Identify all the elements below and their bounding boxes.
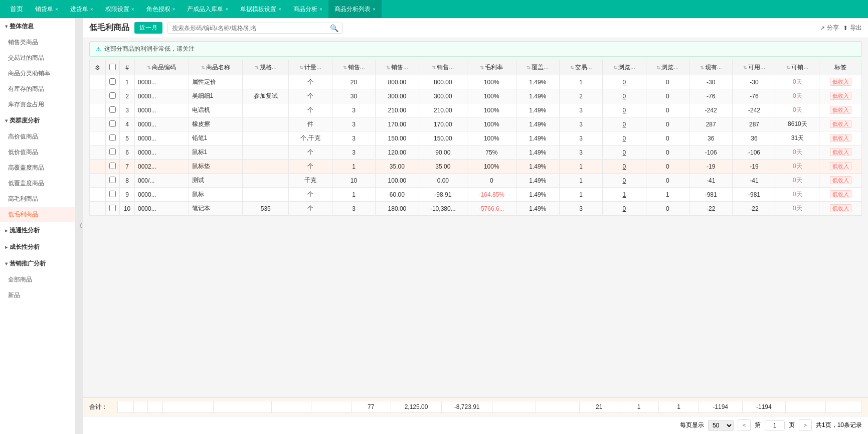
sidebar-item-low-value[interactable]: 低价值商品 — [0, 144, 75, 160]
arrow-overall: ▾ — [5, 24, 8, 29]
nav-home[interactable]: 首页 — [4, 0, 29, 18]
sidebar-group-growth[interactable]: ▸ 成长性分析 — [0, 239, 75, 255]
row-trade: 1 — [559, 75, 602, 89]
row-checkbox[interactable] — [106, 131, 120, 146]
sidebar-group-marketing[interactable]: ▾ 营销推广分析 — [0, 255, 75, 272]
col-available[interactable]: ⇅可用... — [733, 60, 776, 75]
nav-close-products[interactable]: × — [225, 7, 228, 12]
search-input[interactable] — [172, 25, 330, 32]
nav-close-sales[interactable]: × — [55, 7, 58, 12]
sidebar-item-stock-capital[interactable]: 库存资金占用 — [0, 97, 75, 112]
nav-sales[interactable]: 销货单 × — [29, 0, 64, 18]
nav-analysis-list[interactable]: 商品分析列表 × — [328, 0, 382, 18]
export-btn[interactable]: ⬆ 导出 — [843, 24, 862, 32]
row-gross-rate: 100% — [467, 131, 516, 146]
col-sales-profit[interactable]: ⇅销售... — [419, 60, 467, 75]
row-gross-rate: 75% — [467, 146, 516, 160]
nav-close-purchase[interactable]: × — [90, 7, 93, 12]
sidebar: ▾ 整体信息 销售类商品 交易过的商品 商品分类助销率 有库存的商品 库存资金占… — [0, 18, 75, 434]
nav-close-permissions[interactable]: × — [131, 7, 134, 12]
nav-close-templates[interactable]: × — [278, 7, 281, 12]
row-checkbox[interactable] — [106, 103, 120, 117]
row-browse1[interactable]: 0 — [603, 89, 646, 103]
col-settings[interactable]: ⚙ — [90, 60, 106, 75]
sidebar-item-low-coverage[interactable]: 低覆盖度商品 — [0, 176, 75, 191]
row-tag: 低收入 — [819, 146, 862, 160]
row-available: -981 — [733, 188, 776, 202]
next-page-btn[interactable]: ＞ — [799, 419, 812, 431]
nav-analysis[interactable]: 商品分析 × — [287, 0, 328, 18]
col-checkbox[interactable] — [106, 60, 120, 75]
col-saleable[interactable]: ⇅可销... — [776, 60, 819, 75]
col-cover-rate[interactable]: ⇅覆盖... — [516, 60, 559, 75]
footer-sales-price: 2,125.00 — [391, 401, 441, 413]
row-browse1[interactable]: 0 — [603, 146, 646, 160]
sidebar-item-traded-goods[interactable]: 交易过的商品 — [0, 50, 75, 66]
share-btn[interactable]: ↗ 分享 — [820, 24, 839, 32]
row-name: 橡皮擦 — [189, 117, 243, 131]
col-current[interactable]: ⇅现有... — [689, 60, 732, 75]
row-spec — [243, 117, 289, 131]
page-number-input[interactable] — [765, 420, 785, 430]
row-checkbox[interactable] — [106, 174, 120, 188]
sidebar-collapse-btn[interactable]: 《 — [75, 18, 83, 434]
col-browse2[interactable]: ⇅浏览... — [646, 60, 689, 75]
sidebar-group-overall[interactable]: ▾ 整体信息 — [0, 18, 75, 35]
row-checkbox[interactable] — [106, 188, 120, 202]
col-code[interactable]: ⇅商品编码 — [135, 60, 189, 75]
sidebar-item-high-margin[interactable]: 高毛利商品 — [0, 191, 75, 207]
row-checkbox[interactable] — [106, 202, 120, 216]
sidebar-item-low-margin[interactable]: 低毛利商品 — [0, 207, 75, 222]
row-saleable: 0天 — [776, 103, 819, 117]
prev-page-btn[interactable]: ＜ — [738, 419, 751, 431]
select-all-checkbox[interactable] — [109, 64, 116, 70]
row-available: -30 — [733, 75, 776, 89]
col-trade[interactable]: ⇅交易... — [559, 60, 602, 75]
nav-products[interactable]: 产成品入库单 × — [181, 0, 234, 18]
sidebar-item-high-value[interactable]: 高价值商品 — [0, 129, 75, 144]
col-browse1[interactable]: ⇅浏览... — [603, 60, 646, 75]
nav-templates[interactable]: 单据模板设置 × — [234, 0, 287, 18]
sidebar-item-category-rate[interactable]: 商品分类助销率 — [0, 66, 75, 81]
search-icon: 🔍 — [330, 24, 338, 32]
page-size-select[interactable]: 50 100 200 — [708, 420, 734, 431]
sidebar-item-stock-goods[interactable]: 有库存的商品 — [0, 81, 75, 97]
sidebar-item-new-goods[interactable]: 新品 — [0, 287, 75, 303]
col-sales-qty[interactable]: ⇅销售... — [332, 60, 375, 75]
sidebar-item-all-goods[interactable]: 全部商品 — [0, 272, 75, 287]
col-gross-rate[interactable]: ⇅毛利率 — [467, 60, 516, 75]
row-settings — [90, 117, 106, 131]
row-browse1[interactable]: 0 — [603, 75, 646, 89]
table-row: 1 0000... 属性定价 个 20 800.00 800.00 100% 1… — [90, 75, 862, 89]
row-checkbox[interactable] — [106, 89, 120, 103]
date-filter-btn[interactable]: 近一月 — [134, 22, 162, 34]
row-checkbox[interactable] — [106, 75, 120, 89]
row-checkbox[interactable] — [106, 117, 120, 131]
col-name[interactable]: ⇅商品名称 — [189, 60, 243, 75]
col-unit[interactable]: ⇅计量... — [289, 60, 332, 75]
col-spec[interactable]: ⇅规格... — [243, 60, 289, 75]
row-browse1[interactable]: 0 — [603, 131, 646, 146]
nav-close-analysis-list[interactable]: × — [373, 7, 376, 12]
nav-roles[interactable]: 角色授权 × — [140, 0, 182, 18]
row-browse1[interactable]: 0 — [603, 202, 646, 216]
sidebar-item-high-coverage[interactable]: 高覆盖度商品 — [0, 160, 75, 176]
row-saleable: 0天 — [776, 89, 819, 103]
row-browse1[interactable]: 0 — [603, 117, 646, 131]
sidebar-group-cluster[interactable]: ▾ 类群度分析 — [0, 112, 75, 129]
nav-close-analysis[interactable]: × — [319, 7, 322, 12]
footer-available: -1194 — [742, 401, 786, 413]
row-browse1[interactable]: 0 — [603, 174, 646, 188]
row-code: 0002... — [135, 160, 189, 174]
row-browse1[interactable]: 0 — [603, 160, 646, 174]
sidebar-item-sales-goods[interactable]: 销售类商品 — [0, 35, 75, 50]
nav-purchase[interactable]: 进货单 × — [64, 0, 99, 18]
nav-close-roles[interactable]: × — [172, 7, 176, 12]
row-browse1[interactable]: 0 — [603, 103, 646, 117]
row-browse1[interactable]: 1 — [603, 188, 646, 202]
row-checkbox[interactable] — [106, 160, 120, 174]
col-sales-price[interactable]: ⇅销售... — [376, 60, 419, 75]
nav-permissions[interactable]: 权限设置 × — [99, 0, 140, 18]
sidebar-group-flow[interactable]: ▸ 流通性分析 — [0, 222, 75, 239]
row-checkbox[interactable] — [106, 146, 120, 160]
